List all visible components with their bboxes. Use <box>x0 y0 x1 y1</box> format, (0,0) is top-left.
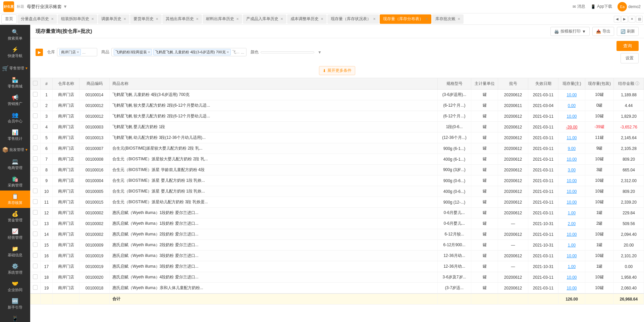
btn-export[interactable]: 📤 导出 <box>592 27 614 36</box>
row-qty-main[interactable]: 10.00 <box>558 283 585 294</box>
sidebar-item-app-center[interactable]: 📱 应用中心 <box>0 313 30 322</box>
row-qty-main[interactable]: 2.00 <box>558 218 585 229</box>
row-cb[interactable] <box>33 146 38 150</box>
tab-other-outbound[interactable]: 其他出库单历史 ✕ <box>162 14 202 24</box>
tab-close-inventory-status[interactable]: ✕ <box>373 17 376 21</box>
row-cb[interactable] <box>33 156 38 161</box>
sidebar-item-retail-stats[interactable]: 📊 零售统计 <box>0 126 30 144</box>
row-cb[interactable] <box>33 113 38 118</box>
row-qty-main[interactable]: 1.00 <box>558 208 585 218</box>
row-checkbox[interactable] <box>30 186 41 197</box>
company-dropdown-icon[interactable]: ▼ <box>63 4 67 9</box>
tab-inventory-dist[interactable]: 现存量（库存分布表） ✕ <box>380 14 431 24</box>
row-checkbox[interactable] <box>30 165 41 175</box>
row-qty-main[interactable]: 1.00 <box>558 261 585 272</box>
table-container[interactable]: # 仓库名称 商品编码 商品名称 规格型号 主计量单位 批号 失效日期 现存量(… <box>30 78 644 322</box>
row-qty-main[interactable]: 3.00 <box>558 165 585 175</box>
row-cb[interactable] <box>33 92 38 97</box>
product-tag-1-close[interactable]: ✕ <box>148 50 150 54</box>
row-qty-main[interactable]: 10.00 <box>558 154 585 165</box>
btn-template[interactable]: 🖨️ 按模板打印 ▼ <box>550 27 590 36</box>
tab-close-request[interactable]: ✕ <box>156 17 158 21</box>
row-checkbox[interactable] <box>30 229 41 240</box>
sidebar-item-marketing[interactable]: 📢 营销推广 <box>0 92 30 109</box>
row-cb[interactable] <box>33 285 38 290</box>
row-checkbox[interactable] <box>30 90 41 100</box>
btn-refresh[interactable]: 🔄 刷新 <box>617 27 639 36</box>
row-checkbox[interactable] <box>30 154 41 165</box>
row-checkbox[interactable] <box>30 143 41 154</box>
sidebar-item-retail-mall[interactable]: 🏪 零售商城 <box>0 74 30 92</box>
tab-prev-btn[interactable]: ◀ <box>614 16 621 22</box>
row-cb[interactable] <box>33 242 38 247</box>
tab-inventory-status[interactable]: 现存量（库存状况表） ✕ <box>327 14 379 24</box>
row-qty-main[interactable]: 10.00 <box>558 175 585 186</box>
tab-home[interactable]: 首页 <box>1 14 17 24</box>
tab-close-product-inbound[interactable]: ✕ <box>280 17 283 21</box>
sidebar-item-operations[interactable]: 📈 经营管理 <box>0 225 30 243</box>
btn-query[interactable]: 查询 <box>616 41 639 51</box>
warehouse-tag-close[interactable]: ✕ <box>76 50 79 54</box>
row-cb[interactable] <box>33 135 38 140</box>
row-cb[interactable] <box>33 167 38 172</box>
row-checkbox[interactable] <box>30 111 41 122</box>
color-dropdown-icon[interactable]: ▼ <box>318 50 322 55</box>
sidebar-item-retail[interactable]: 🛒 零售管理 ▼ <box>0 62 30 74</box>
row-checkbox[interactable] <box>30 251 41 261</box>
row-cb[interactable] <box>33 189 38 193</box>
tab-expand-btn[interactable]: ▤ <box>636 16 643 22</box>
sidebar-item-basics[interactable]: 📁 基础信息 <box>0 243 30 260</box>
row-checkbox[interactable] <box>30 100 41 111</box>
row-qty-main[interactable]: 10.00 <box>558 272 585 283</box>
expand-btn[interactable]: ⬇ 展开更多条件 <box>319 66 355 75</box>
row-cb[interactable] <box>33 210 38 215</box>
row-qty-main[interactable]: 11.00 <box>558 132 585 143</box>
row-checkbox[interactable] <box>30 261 41 272</box>
product-filter-container[interactable]: 飞鹤奶粉3段两提装 ✕ 飞鹤星飞帆 儿童奶粉 4段(3-6岁适用) 700克 ✕… <box>111 48 247 56</box>
user-menu[interactable]: Ea demo2 <box>618 2 641 11</box>
amount-info-icon[interactable]: ⓘ <box>635 81 639 86</box>
tab-close-btn[interactable]: ✕ <box>629 16 635 22</box>
tab-product-inbound[interactable]: 产成品入库单历史 ✕ <box>243 14 286 24</box>
row-cb[interactable] <box>33 253 38 258</box>
sidebar-item-new-guide[interactable]: 🆕 新手引导 <box>0 295 30 313</box>
row-cb[interactable] <box>33 103 38 107</box>
sidebar-item-members[interactable]: 👥 会员中心 <box>0 109 30 126</box>
sidebar-item-purchase[interactable]: 🛍️ 采购管理 <box>0 173 30 191</box>
tab-close-other-outbound[interactable]: ✕ <box>196 17 199 21</box>
sidebar-item-ecommerce[interactable]: 💻 电商管理 <box>0 156 30 173</box>
row-cb[interactable] <box>33 199 38 204</box>
row-cb[interactable] <box>33 231 38 236</box>
product-tag-2-close[interactable]: ✕ <box>226 50 229 54</box>
row-checkbox[interactable] <box>30 208 41 218</box>
filter-toggle-btn[interactable]: ▶ <box>36 49 43 56</box>
sidebar-item-inventory[interactable]: 📋 库存核算 <box>0 191 30 208</box>
template-dropdown-icon[interactable]: ▼ <box>582 29 586 34</box>
row-cb[interactable] <box>33 264 38 268</box>
row-checkbox[interactable] <box>30 272 41 283</box>
tab-close-split-inventory[interactable]: ✕ <box>51 17 54 21</box>
sidebar-item-enterprise[interactable]: 🤝 企业协同 <box>0 278 30 295</box>
company-selector[interactable]: 母婴行业演示账套 ▼ <box>27 4 67 10</box>
row-qty-main[interactable]: 10.00 <box>558 197 585 208</box>
messages-btn[interactable]: ✉ 消息 <box>573 4 585 9</box>
tab-split-inventory[interactable]: 分量盘点单历史 ✕ <box>17 14 57 24</box>
row-cb[interactable] <box>33 221 38 225</box>
tab-cost-adjust[interactable]: 成本调整单历史 ✕ <box>287 14 327 24</box>
app-download-btn[interactable]: 📱 App下载 <box>591 4 612 9</box>
row-checkbox[interactable] <box>30 175 41 186</box>
row-qty-main[interactable]: 10.00 <box>558 186 585 197</box>
tab-close-material-outbound[interactable]: ✕ <box>236 17 239 21</box>
sidebar-item-quick-nav[interactable]: ⚡ 快捷导航 <box>0 44 30 61</box>
warehouse-filter-container[interactable]: 南岸门店 ✕ ... <box>57 48 97 56</box>
row-cb[interactable] <box>33 178 38 182</box>
tab-material-outbound[interactable]: 材料出库单历史 ✕ <box>203 14 242 24</box>
header-checkbox[interactable] <box>33 81 38 86</box>
row-checkbox[interactable] <box>30 132 41 143</box>
row-qty-main[interactable]: 1.00 <box>558 240 585 251</box>
tab-disassemble[interactable]: 组装拆卸单历史 ✕ <box>58 14 97 24</box>
row-checkbox[interactable] <box>30 218 41 229</box>
row-qty-main[interactable]: 10.00 <box>558 111 585 122</box>
tab-close-transfer[interactable]: ✕ <box>123 17 126 21</box>
row-qty-main[interactable]: -39.00 <box>558 122 585 132</box>
